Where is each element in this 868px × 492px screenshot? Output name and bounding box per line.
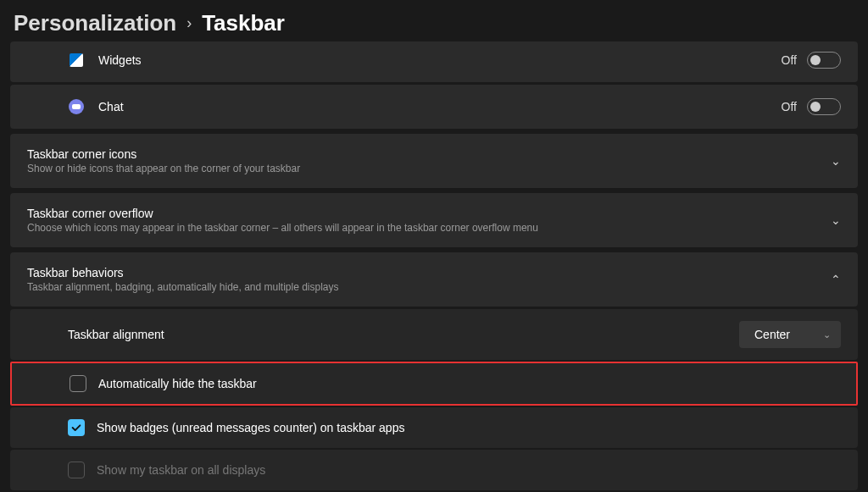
- section-title: Taskbar corner icons: [27, 147, 831, 161]
- section-desc: Show or hide icons that appear on the co…: [27, 163, 831, 174]
- sub-label: Taskbar alignment: [68, 328, 739, 341]
- item-label: Widgets: [98, 53, 782, 67]
- item-label: Chat: [98, 100, 782, 113]
- chevron-down-icon: ⌄: [831, 213, 841, 227]
- dropdown-value: Center: [754, 328, 790, 341]
- toggle-state: Off: [782, 53, 797, 67]
- widgets-icon: [68, 52, 85, 69]
- behavior-all-displays: Show my taskbar on all displays: [10, 450, 858, 490]
- chevron-down-icon: ⌄: [823, 329, 831, 340]
- taskbar-item-widgets[interactable]: Widgets Off: [10, 41, 858, 82]
- sub-label: Show badges (unread messages counter) on…: [97, 421, 841, 434]
- chat-icon: [68, 98, 85, 115]
- chevron-right-icon: ›: [186, 14, 192, 32]
- section-corner-icons[interactable]: Taskbar corner icons Show or hide icons …: [10, 134, 858, 188]
- toggle-switch[interactable]: [807, 52, 841, 69]
- sub-label: Automatically hide the taskbar: [98, 377, 839, 390]
- alignment-dropdown[interactable]: Center ⌄: [739, 321, 841, 348]
- toggle-switch[interactable]: [807, 98, 841, 115]
- section-behaviors[interactable]: Taskbar behaviors Taskbar alignment, bad…: [10, 252, 858, 307]
- taskbar-item-chat[interactable]: Chat Off: [10, 85, 858, 129]
- checkbox-disabled: [68, 462, 85, 478]
- toggle-state: Off: [782, 100, 797, 113]
- behavior-alignment: Taskbar alignment Center ⌄: [10, 309, 858, 360]
- breadcrumb-current: Taskbar: [202, 10, 285, 36]
- behavior-auto-hide[interactable]: Automatically hide the taskbar: [10, 362, 858, 406]
- breadcrumb: Personalization › Taskbar: [0, 0, 868, 47]
- section-desc: Choose which icons may appear in the tas…: [27, 222, 831, 234]
- chevron-up-icon: ⌃: [831, 273, 841, 286]
- breadcrumb-parent[interactable]: Personalization: [14, 10, 176, 36]
- sub-label: Show my taskbar on all displays: [97, 463, 841, 477]
- section-desc: Taskbar alignment, badging, automaticall…: [27, 281, 831, 293]
- chevron-down-icon: ⌄: [831, 154, 841, 168]
- checkbox-checked[interactable]: [68, 419, 85, 436]
- behavior-show-badges[interactable]: Show badges (unread messages counter) on…: [10, 407, 858, 448]
- section-title: Taskbar corner overflow: [27, 207, 831, 220]
- section-title: Taskbar behaviors: [27, 266, 831, 279]
- section-corner-overflow[interactable]: Taskbar corner overflow Choose which ico…: [10, 193, 858, 247]
- checkbox-unchecked[interactable]: [70, 375, 86, 392]
